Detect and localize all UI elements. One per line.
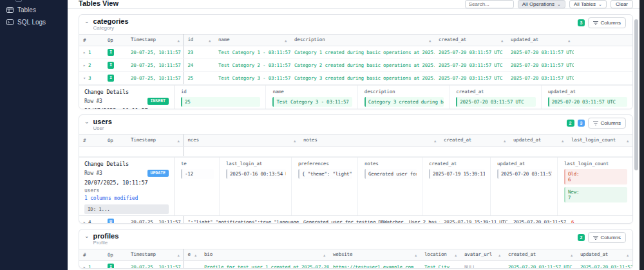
table-header-row: # Op Timestamp▲ id▲ name▲ description▲ c… (79, 35, 632, 46)
col-id[interactable]: id▲ (184, 35, 214, 46)
vertical-scrollbar[interactable] (634, 19, 638, 170)
section-title: users (93, 118, 112, 125)
chevron-down-icon: ⌄ (557, 2, 561, 7)
collapse-chevron-icon[interactable]: ⌄ (84, 118, 90, 125)
col-created-at[interactable]: created_at▲ (504, 249, 576, 261)
change-field: created_at 2025-07-19 15:39:11 UTC (422, 158, 491, 215)
change-field: created_at 2025-07-20 03:11:57 UTC (450, 86, 541, 109)
cropped-icon-fragment (15, 0, 22, 2)
sort-asc-icon: ▲ (498, 253, 500, 258)
col-notes[interactable]: notes▲ (299, 135, 440, 147)
columns-modified-note: 1 columns modified (84, 195, 169, 201)
collapse-chevron-icon[interactable]: ⌄ (84, 233, 90, 239)
cell-description: Category 2 created during basic operatio… (290, 59, 435, 72)
sidebar-item-tables[interactable]: Tables (0, 4, 68, 16)
cell-website: https://testuser1.example.com (329, 261, 421, 269)
sort-asc-icon: ▲ (323, 253, 325, 258)
cell-timestamp: 20-07-25, 10:11:57 (127, 46, 184, 59)
col-name[interactable]: name▲ (214, 35, 290, 46)
sort-asc-icon: ▲ (455, 253, 457, 258)
col-bio[interactable]: bio▲ (200, 249, 329, 261)
users-table-continued: ▸4 U 20-07-25, 10:11:57 ":"light","notif… (79, 216, 632, 224)
col-op[interactable]: Op (104, 249, 127, 261)
section-header: ⌄ users User 2 3 Columns (79, 115, 632, 134)
table-header-row: # Op Timestamp▲ nces▲ notes▲ created_at▲… (79, 135, 632, 147)
row-expand-icon[interactable]: ▾ (83, 76, 86, 81)
col-timestamp[interactable]: Timestamp▲ (127, 35, 184, 46)
row-expand-icon[interactable]: ▸ (83, 265, 86, 269)
change-field-diff: last_login_count Old: 6 New: 7 (558, 158, 632, 215)
filter-icon (593, 21, 598, 26)
section-subtitle: User (93, 125, 112, 132)
cell-timestamp: 20-07-25, 10:11:57 (127, 59, 184, 72)
table-row[interactable]: ▸1 I 20-07-25, 10:11:57 23 Test Category… (79, 46, 632, 59)
col-description[interactable]: description▲ (290, 35, 435, 46)
op-insert-badge: I (108, 49, 114, 56)
cell-updated-at: 2025-07-20 03:11:57 UTC (507, 46, 574, 59)
col-avatar-url[interactable]: avatar_url▲ (460, 249, 504, 261)
filter-icon (593, 235, 598, 240)
section-title: profiles (93, 232, 119, 240)
clear-button[interactable]: Clear (611, 0, 633, 8)
filter-icon (593, 121, 598, 126)
row-expand-icon[interactable]: ▸ (83, 50, 86, 55)
tables-filter-dropdown[interactable]: All Tables ⌄ (569, 0, 607, 8)
col-location[interactable]: location▲ (421, 249, 460, 261)
row-expand-icon[interactable]: ▸ (83, 63, 86, 68)
cell-op: I (104, 46, 127, 59)
columns-button[interactable]: Columns (588, 118, 626, 129)
update-op-badge: UPDATE (147, 170, 169, 177)
cell-timestamp: 20-07-25, 10:11:57 (127, 261, 184, 269)
row-label: Row #3 (84, 98, 102, 104)
operations-filter-dropdown[interactable]: All Operations ⌄ (518, 0, 565, 8)
table-row[interactable]: ▾3 I 20-07-25, 10:11:57 25 Test Category… (79, 72, 632, 85)
search-input[interactable] (465, 0, 514, 8)
col-op[interactable]: Op (104, 135, 127, 147)
col-created-at[interactable]: created_at▲ (440, 135, 509, 147)
cell-description: Category 3 created during basic operatio… (290, 72, 435, 85)
change-field: notes Generated user for test (358, 158, 422, 215)
sort-asc-icon: ▲ (177, 38, 179, 43)
sort-asc-icon: ▲ (571, 253, 573, 258)
col-updated-at[interactable]: updated_at▲ (509, 135, 567, 147)
col-timestamp[interactable]: Timestamp▲ (127, 249, 184, 261)
table-row[interactable]: ▸4 U 20-07-25, 10:11:57 ":"light","notif… (79, 216, 632, 224)
sidebar-item-sql-logs[interactable]: SQL Logs (0, 16, 68, 28)
col-preferences[interactable]: nces▲ (184, 135, 299, 147)
sidebar: Tables SQL Logs (0, 0, 68, 270)
row-expand-icon[interactable]: ▸ (83, 220, 86, 224)
cell-created-at: 2025-07-19 15:39:11 UTC (440, 216, 509, 224)
main-area: Tables View All Operations ⌄ All Tables … (68, 0, 639, 270)
col-updated-at[interactable]: updated_at▲ (576, 249, 632, 261)
change-details-title: Change Details (84, 161, 169, 167)
sort-asc-icon: ▲ (285, 38, 287, 43)
col-website[interactable]: website▲ (329, 249, 421, 261)
col-num[interactable]: # (79, 35, 104, 46)
sort-asc-icon: ▲ (177, 138, 179, 143)
sidebar-item-label: SQL Logs (17, 19, 46, 26)
cell-num: ▸1 (79, 261, 104, 269)
columns-button[interactable]: Columns (588, 232, 626, 243)
col-num[interactable]: # (79, 135, 104, 147)
col-num[interactable]: # (79, 249, 104, 261)
col-timestamp[interactable]: Timestamp▲ (127, 135, 184, 147)
new-value-box: New: 7 (564, 187, 627, 203)
change-details-panel: Change Details Row #3 UPDATE 20/07/2025,… (79, 157, 632, 216)
col-e[interactable]: e▲ (184, 249, 200, 261)
chevron-down-icon: ⌄ (598, 2, 602, 7)
collapse-chevron-icon[interactable]: ⌄ (84, 18, 90, 24)
cell-timestamp: 20-07-25, 10:11:57 (127, 216, 184, 224)
col-op[interactable]: Op (104, 35, 127, 46)
section-header: ⌄ profiles Profile 2 Columns (79, 230, 632, 249)
table-row[interactable]: ▸1 I 20-07-25, 10:11:57 Profile for test… (79, 261, 632, 269)
partial-row[interactable] (79, 147, 632, 157)
table-row[interactable]: ▸2 I 20-07-25, 10:11:57 24 Test Category… (79, 59, 632, 72)
col-created-at[interactable]: created_at▲ (435, 35, 507, 46)
change-details-panel: Change Details Row #3 INSERT 20/07/2025,… (79, 85, 632, 109)
col-updated-at[interactable]: updated_at▲ (507, 35, 574, 46)
columns-button[interactable]: Columns (588, 17, 626, 28)
cell-description: Category 1 created during basic operatio… (290, 46, 435, 59)
col-last-login-count[interactable]: last_login_count▲ (567, 135, 632, 147)
window-edge (639, 0, 644, 270)
sort-asc-icon: ▲ (294, 138, 296, 143)
